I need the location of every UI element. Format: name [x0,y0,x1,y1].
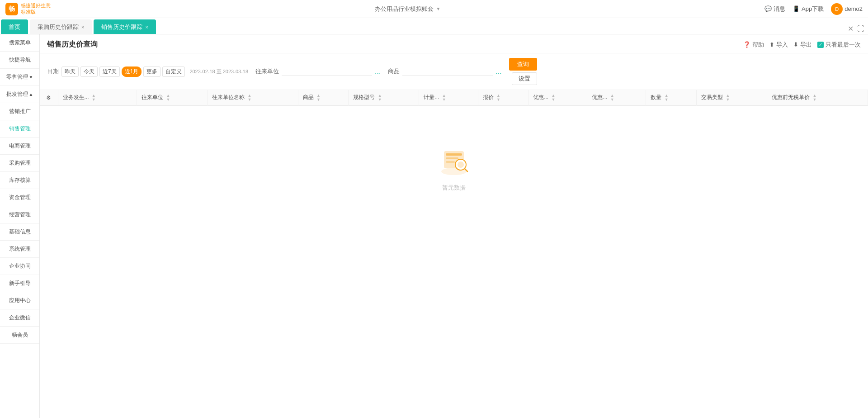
sort-icon: ▲▼ [552,94,556,102]
maximize-tab-action-btn[interactable]: ⛶ [857,25,864,33]
workspace-selector[interactable]: 办公用品行业模拟账套 ▼ [375,5,441,13]
col-discount1[interactable]: 优惠... ▲▼ [528,90,587,106]
sort-icon: ▲▼ [92,94,96,102]
goods-label: 商品 [388,67,400,76]
empty-state-text: 暂元数据 [442,184,466,192]
sidebar-item-enterprise-collab[interactable]: 企业协同 [0,258,39,275]
table-settings-col[interactable]: ⚙ [40,90,58,106]
export-icon: ⬇ [793,41,798,48]
tab-bar: 首页 采购历史价跟踪 × 销售历史价跟踪 × ✕ ⛶ [0,18,868,34]
user-profile-btn[interactable]: D demo2 [831,3,863,15]
sidebar-item-member[interactable]: 畅会员 [0,327,39,344]
date-range-text: 2023-02-18 至 2023-03-18 [189,68,248,75]
col-trade-type[interactable]: 交易类型 ▲▼ [697,90,767,106]
results-table: ⚙ 业务发生... ▲▼ 往来单位 ▲▼ 往来单位名称 ▲ [40,90,868,106]
app-download-icon: 📱 [793,5,800,12]
app-download-btn[interactable]: 📱 App下载 [793,5,824,13]
col-quantity[interactable]: 数量 ▲▼ [646,90,697,106]
goods-input[interactable] [402,67,493,76]
logo-area: 畅 畅捷通好生意 标准版 [5,3,51,15]
avatar: D [831,3,843,15]
col-discount2[interactable]: 优惠... ▲▼ [587,90,646,106]
sidebar-item-sales-mgmt[interactable]: 销售管理 [0,120,39,138]
settings-button[interactable]: 设置 [512,72,537,85]
svg-point-7 [458,162,464,168]
col-partner-name[interactable]: 往来单位名称 ▲▼ [208,90,298,106]
sidebar-item-wholesale-mgmt[interactable]: 批发管理 ▲ [0,86,39,103]
date-btn-today[interactable]: 今天 [80,66,98,77]
partner-lookup-btn[interactable]: ... [375,67,381,76]
sidebar-item-enterprise-wechat[interactable]: 企业微信 [0,309,39,327]
sidebar-item-finance-mgmt[interactable]: 资金管理 [0,189,39,206]
col-pre-tax-price[interactable]: 优惠前无税单价 ▲▼ [767,90,868,106]
sidebar: 搜索菜单 快捷导航 零售管理 ▼ 批发管理 ▲ 营销推广 销售管理 电商管理 采 [0,34,40,418]
svg-rect-4 [446,161,455,163]
logo-icon: 畅 [5,3,18,15]
import-icon: ⬆ [769,41,774,48]
goods-lookup-btn[interactable]: ... [495,67,501,76]
partner-input[interactable] [282,67,372,76]
col-spec[interactable]: 规格型号 ▲▼ [349,90,419,106]
message-btn[interactable]: 💬 消息 [764,5,785,13]
import-btn[interactable]: ⬆ 导入 [769,41,788,49]
col-biz-date[interactable]: 业务发生... ▲▼ [58,90,137,106]
sidebar-item-ops-mgmt[interactable]: 经营管理 [0,206,39,223]
col-partner-code[interactable]: 往来单位 ▲▼ [137,90,208,106]
top-bar: 畅 畅捷通好生意 标准版 办公用品行业模拟账套 ▼ 💬 消息 📱 App下载 D… [0,0,868,18]
logo-text: 畅捷通好生意 标准版 [21,3,51,14]
partner-filter-group: 往来单位 ... [255,67,381,76]
col-goods[interactable]: 商品 ▲▼ [298,90,349,106]
tab-purchase-history[interactable]: 采购历史价跟踪 × [30,19,92,34]
export-btn[interactable]: ⬇ 导出 [793,41,812,49]
sidebar-item-retail-mgmt[interactable]: 零售管理 ▼ [0,69,39,86]
svg-rect-2 [446,153,462,156]
table-header: ⚙ 业务发生... ▲▼ 往来单位 ▲▼ 往来单位名称 ▲ [40,90,868,106]
filter-right-actions: 查询 设置 [509,58,537,85]
sort-icon: ▲▼ [378,94,382,102]
tab-sales-history[interactable]: 销售历史价跟踪 × [94,19,156,34]
chevron-down-icon: ▼ [29,75,33,80]
sidebar-item-basic-info[interactable]: 基础信息 [0,223,39,241]
date-buttons: 昨天 今天 近7天 近1月 更多 自定义 [61,66,185,77]
date-btn-1month[interactable]: 近1月 [122,66,142,77]
sort-icon: ▲▼ [442,94,446,102]
date-btn-yesterday[interactable]: 昨天 [61,66,79,77]
close-sales-history-tab[interactable]: × [145,24,148,30]
top-bar-right: 💬 消息 📱 App下载 D demo2 [764,3,863,15]
date-btn-more[interactable]: 更多 [143,66,160,77]
only-last-toggle[interactable]: ✓ 只看最后一次 [817,41,861,49]
sidebar-item-inventory[interactable]: 库存核算 [0,172,39,189]
tab-home[interactable]: 首页 [1,19,28,34]
sort-icon: ▲▼ [726,94,730,102]
page-actions: ❓ 帮助 ⬆ 导入 ⬇ 导出 ✓ 只看最后一次 [743,41,861,49]
empty-icon [436,142,472,178]
sidebar-item-marketing[interactable]: 营销推广 [0,103,39,120]
sidebar-item-ecommerce-mgmt[interactable]: 电商管理 [0,138,39,155]
close-purchase-history-tab[interactable]: × [81,24,84,30]
chevron-up-icon: ▲ [29,92,33,97]
workspace-dropdown-icon: ▼ [436,6,441,11]
help-btn[interactable]: ❓ 帮助 [743,41,764,49]
sort-icon: ▲▼ [166,94,170,102]
date-btn-custom[interactable]: 自定义 [162,66,185,77]
col-quoted-price[interactable]: 报价 ▲▼ [478,90,528,106]
sidebar-item-purchase-mgmt[interactable]: 采购管理 [0,155,39,172]
sort-icon: ▲▼ [316,94,321,102]
svg-rect-3 [446,157,458,159]
page-header: 销售历史价查询 ❓ 帮助 ⬆ 导入 ⬇ 导出 ✓ [40,34,868,53]
top-bar-left: 畅 畅捷通好生意 标准版 [5,3,51,15]
table-header-row: ⚙ 业务发生... ▲▼ 往来单位 ▲▼ 往来单位名称 ▲ [40,90,868,106]
close-tab-action-btn[interactable]: ✕ [848,24,854,33]
query-button[interactable]: 查询 [509,58,537,71]
filter-bar: 日期 昨天 今天 近7天 近1月 更多 自定义 2023-02-18 至 202… [40,53,868,90]
date-filter-group: 日期 昨天 今天 近7天 近1月 更多 自定义 2023-02-18 至 202… [47,66,248,77]
col-unit[interactable]: 计量... ▲▼ [419,90,478,106]
date-btn-7days[interactable]: 近7天 [99,66,120,77]
sidebar-item-app-center[interactable]: 应用中心 [0,292,39,309]
sidebar-item-system-mgmt[interactable]: 系统管理 [0,241,39,258]
sidebar-item-search-menu[interactable]: 搜索菜单 [0,34,39,52]
empty-state: 暂元数据 [40,106,868,228]
sidebar-item-new-guide[interactable]: 新手引导 [0,275,39,292]
message-icon: 💬 [764,5,772,12]
sidebar-item-quick-nav[interactable]: 快捷导航 [0,52,39,69]
